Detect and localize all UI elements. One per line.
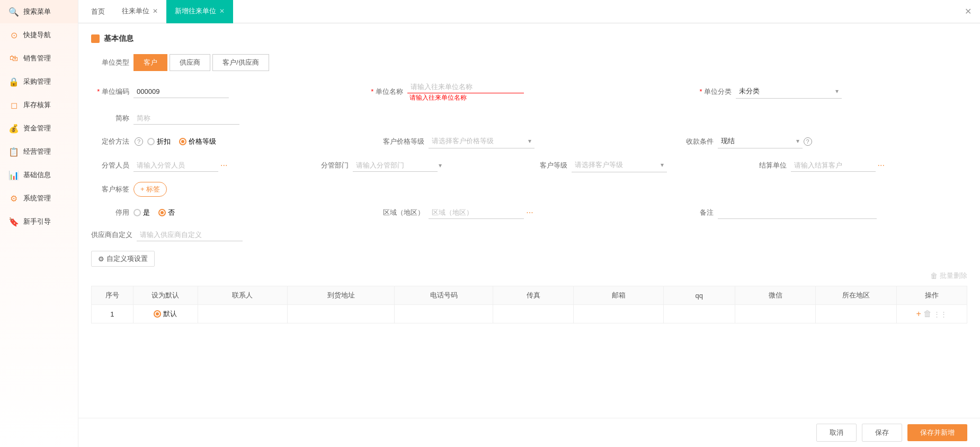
save-new-button[interactable]: 保存并新增: [907, 424, 967, 441]
row-area-input[interactable]: [838, 310, 875, 318]
manager-dots-btn[interactable]: ···: [218, 161, 229, 170]
section-icon: [91, 34, 100, 43]
manager-input[interactable]: [133, 159, 218, 172]
radio-circle-yes: [133, 209, 141, 216]
sidebar-item-operations[interactable]: 📋 经营管理: [0, 140, 78, 163]
unit-name-input[interactable]: [407, 81, 524, 93]
row-default: 默认: [133, 305, 198, 323]
basics-icon: 📊: [8, 170, 19, 180]
add-tag-button[interactable]: + 标签: [133, 182, 167, 197]
row-fax-input[interactable]: [515, 310, 552, 318]
col-default: 设为默认: [133, 286, 198, 305]
area-dots-btn[interactable]: ···: [524, 208, 535, 217]
custom-settings-button[interactable]: ⚙ 自定义项设置: [91, 251, 155, 267]
supplier-custom-input[interactable]: [137, 229, 243, 241]
area-input[interactable]: [429, 206, 524, 219]
home-icon: ⊙: [8, 30, 19, 40]
settlement-input[interactable]: [791, 159, 876, 172]
row-drag-handle[interactable]: ⋮⋮: [933, 310, 947, 318]
department-input[interactable]: [353, 159, 438, 172]
tab-home[interactable]: 首页: [83, 0, 113, 23]
pricing-level-label: 价格等级: [189, 137, 216, 146]
supplier-custom-row: 供应商自定义: [91, 229, 967, 241]
payment-help-icon[interactable]: ?: [804, 137, 812, 146]
pricing-label: 定价方法: [91, 137, 133, 146]
sidebar-item-label: 新手引导: [23, 217, 51, 226]
row-wechat-input[interactable]: [757, 310, 794, 318]
sidebar-item-finance[interactable]: 💰 资金管理: [0, 117, 78, 140]
tab-new-partner[interactable]: 新增往来单位 ✕: [166, 0, 233, 23]
sidebar-item-label: 经营管理: [23, 147, 51, 156]
customer-price-placeholder: 请选择客户价格等级: [432, 136, 528, 146]
close-new-partner-tab[interactable]: ✕: [219, 7, 225, 15]
radio-circle-discount: [147, 138, 155, 145]
row-qq-input[interactable]: [683, 310, 715, 318]
unit-name-block: 请输入往来单位名称: [407, 81, 524, 102]
cancel-button[interactable]: 取消: [816, 424, 857, 442]
col-fax: 传真: [493, 286, 574, 305]
row-fax[interactable]: [493, 305, 574, 323]
department-label: 分管部门: [310, 161, 353, 170]
row-contact[interactable]: [198, 305, 287, 323]
section-header: 基本信息: [91, 34, 967, 43]
sidebar-item-basics[interactable]: 📊 基础信息: [0, 163, 78, 187]
remarks-input[interactable]: [718, 206, 877, 219]
close-partners-tab[interactable]: ✕: [153, 7, 158, 15]
pricing-radio-level[interactable]: 价格等级: [179, 137, 216, 146]
row-email[interactable]: [574, 305, 663, 323]
type-btn-supplier[interactable]: 供应商: [170, 54, 210, 71]
tab-partners[interactable]: 往来单位 ✕: [113, 0, 166, 23]
form-content: 基本信息 单位类型 客户 供应商 客户/供应商 单位编码 单位名称 请输入往来单…: [78, 23, 980, 418]
settlement-dots-btn[interactable]: ···: [876, 161, 887, 170]
disabled-radio-group: 是 否: [133, 208, 175, 217]
type-btn-customer[interactable]: 客户: [133, 54, 167, 71]
remarks-label: 备注: [675, 208, 718, 217]
sidebar-item-inventory[interactable]: ◻ 库存核算: [0, 93, 78, 117]
custom-settings-area: ⚙ 自定义项设置: [91, 251, 967, 267]
row-phone[interactable]: [395, 305, 493, 323]
chevron-down-icon4: ▾: [661, 161, 664, 169]
row-address-input[interactable]: [315, 310, 368, 318]
type-btn-both[interactable]: 客户/供应商: [212, 54, 269, 71]
tabbar: 首页 往来单位 ✕ 新增往来单位 ✕ ✕: [78, 0, 980, 23]
unit-category-select[interactable]: 未分类 ▾: [736, 84, 842, 99]
row-add-button[interactable]: +: [916, 309, 921, 319]
sidebar-item-purchase[interactable]: 🔒 采购管理: [0, 70, 78, 93]
row-qq[interactable]: [663, 305, 735, 323]
col-wechat: 微信: [735, 286, 816, 305]
guide-icon: 🔖: [8, 216, 19, 227]
payment-terms-select[interactable]: 现结 ▾: [718, 134, 803, 148]
batch-delete-label[interactable]: 批量删除: [940, 271, 967, 281]
row-contact-input[interactable]: [221, 310, 264, 318]
row-default-radio[interactable]: [154, 310, 161, 318]
sidebar-item-sales[interactable]: 🛍 销售管理: [0, 47, 78, 70]
row-address[interactable]: [287, 305, 395, 323]
pricing-help-icon[interactable]: ?: [135, 137, 143, 146]
disabled-yes-label: 是: [143, 208, 150, 217]
sidebar-item-search[interactable]: 🔍 搜索菜单: [0, 0, 78, 23]
row-wechat[interactable]: [735, 305, 816, 323]
sidebar-item-newguide[interactable]: 🔖 新手引导: [0, 210, 78, 233]
row-phone-input[interactable]: [420, 310, 468, 318]
pricing-col: 定价方法 ? 折扣 价格等级: [91, 137, 383, 146]
close-main-button[interactable]: ✕: [960, 6, 976, 16]
row-seq: 1: [92, 305, 133, 323]
row-delete-button[interactable]: 🗑: [923, 309, 932, 319]
pricing-row: 定价方法 ? 折扣 价格等级 客户价格等级 请选择客户价格等级: [91, 134, 967, 148]
short-name-input[interactable]: [133, 112, 239, 125]
customer-level-select[interactable]: 请选择客户等级 ▾: [572, 158, 667, 172]
row-email-input[interactable]: [598, 310, 640, 318]
sidebar-item-label: 系统管理: [23, 194, 51, 203]
unit-code-input[interactable]: [133, 85, 229, 98]
customer-price-select[interactable]: 请选择客户价格等级 ▾: [429, 134, 534, 148]
chevron-down-icon2: ▾: [528, 137, 531, 145]
disabled-radio-no[interactable]: 否: [158, 208, 175, 217]
area-col: 区域（地区） ···: [383, 206, 675, 219]
sidebar-item-quicknav[interactable]: ⊙ 快捷导航: [0, 23, 78, 47]
row-area[interactable]: [816, 305, 896, 323]
disabled-radio-yes[interactable]: 是: [133, 208, 150, 217]
col-qq: qq: [663, 286, 735, 305]
pricing-radio-discount[interactable]: 折扣: [147, 137, 171, 146]
save-button[interactable]: 保存: [862, 424, 902, 442]
sidebar-item-system[interactable]: ⚙ 系统管理: [0, 187, 78, 210]
